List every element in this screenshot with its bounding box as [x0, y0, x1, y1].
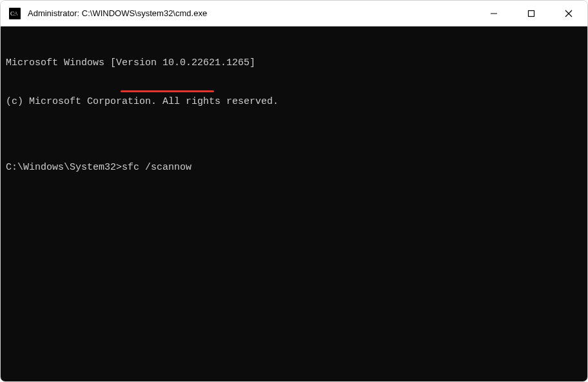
close-icon [565, 10, 573, 17]
minimize-icon [490, 10, 498, 17]
terminal-prompt: C:\Windows\System32> [6, 162, 122, 173]
maximize-button[interactable] [513, 1, 550, 26]
terminal-output-line: Microsoft Windows [Version 10.0.22621.12… [6, 57, 582, 70]
highlight-underline [121, 90, 214, 92]
maximize-icon [527, 10, 535, 17]
cmd-icon: C:\ [8, 7, 21, 20]
svg-text:C:\: C:\ [10, 10, 18, 17]
terminal-command: sfc /scannow [122, 162, 191, 173]
terminal-prompt-line: C:\Windows\System32>sfc /scannow [6, 161, 582, 174]
window-title: Administrator: C:\WINDOWS\system32\cmd.e… [28, 8, 475, 18]
window-controls [475, 1, 587, 26]
terminal-area[interactable]: Microsoft Windows [Version 10.0.22621.12… [1, 26, 587, 381]
minimize-button[interactable] [475, 1, 513, 26]
titlebar[interactable]: C:\ Administrator: C:\WINDOWS\system32\c… [1, 1, 587, 26]
cmd-window: C:\ Administrator: C:\WINDOWS\system32\c… [0, 0, 588, 382]
svg-rect-3 [529, 11, 534, 17]
terminal-output-line: (c) Microsoft Corporation. All rights re… [6, 96, 582, 108]
close-button[interactable] [550, 1, 587, 26]
